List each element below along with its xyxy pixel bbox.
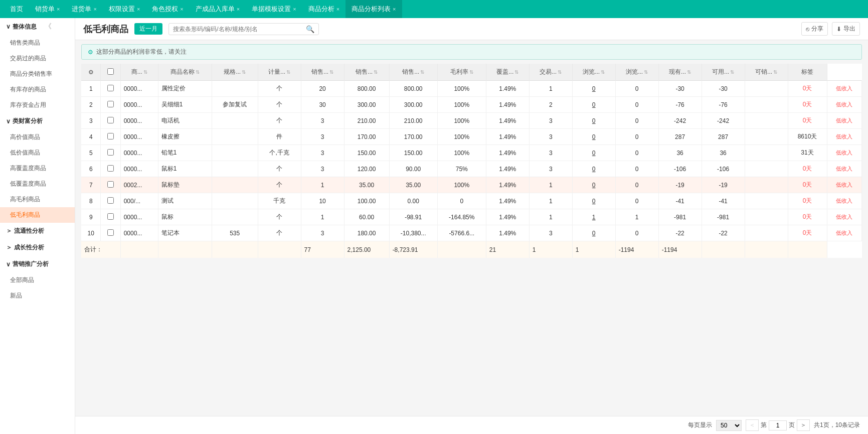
nav-goods-analysis[interactable]: 商品分析 × [302,0,345,18]
th-sales-price[interactable]: 销售...⇅ [344,64,389,81]
row-checkbox[interactable] [101,225,120,241]
nav-product-in[interactable]: 产成品入库单 × [190,0,246,18]
nav-permission[interactable]: 权限设置 × [103,0,146,18]
row-select-checkbox[interactable] [107,213,114,220]
sidebar-item-category-rate[interactable]: 商品分类销售率 [0,66,75,82]
nav-purchase-close[interactable]: × [93,6,96,12]
row-no: 10 [81,225,101,241]
nav-home[interactable]: 首页 [4,0,29,18]
table-row: 8 000/... 测试 千克 10 100.00 0.00 0 1.49% 1… [81,193,862,209]
row-avail: -76 [702,97,745,113]
table-row: 2 0000... 吴细细1 参加复试 个 30 300.00 300.00 1… [81,97,862,113]
total-trade: 1 [529,241,572,258]
row-checkbox[interactable] [101,113,120,129]
nav-sales-close[interactable]: × [57,6,60,12]
sidebar-item-instock[interactable]: 有库存的商品 [0,82,75,97]
th-spec[interactable]: 规格...⇅ [212,64,258,81]
page-input[interactable] [769,420,787,430]
row-checkbox[interactable] [101,161,120,177]
nav-goods-analysis-close[interactable]: × [336,6,339,12]
row-browse1: 0 [615,177,658,193]
row-select-checkbox[interactable] [107,197,114,204]
alert-text: 这部分商品的利润非常低，请关注 [96,48,187,56]
th-browse2[interactable]: 浏览...⇅ [615,64,658,81]
row-select-checkbox[interactable] [107,117,114,123]
sidebar-item-high-value[interactable]: 高价值商品 [0,129,75,145]
sidebar-item-high-coverage[interactable]: 高覆盖度商品 [0,161,75,176]
per-page-select[interactable]: 50 100 200 [716,420,742,431]
row-days: 0天 [788,225,827,241]
row-checkbox[interactable] [101,209,120,225]
th-sales-qty[interactable]: 销售...⇅ [301,64,344,81]
row-gross-rate: 1.49% [486,225,529,241]
sidebar-item-all-goods[interactable]: 全部商品 [0,272,75,288]
sidebar-group-growth[interactable]: ＞ 成长性分析 [0,239,75,256]
th-unit[interactable]: 计量...⇅ [258,64,301,81]
row-sales-profit: 0.00 [389,193,437,209]
search-input[interactable] [173,26,306,33]
prev-page-btn[interactable]: ＜ [746,419,759,431]
th-avail[interactable]: 可用...⇅ [702,64,745,81]
th-profit-pct[interactable]: 毛利率⇅ [437,64,486,81]
row-select-checkbox[interactable] [107,229,114,236]
row-checkbox[interactable] [101,97,120,113]
nav-template[interactable]: 单据模板设置 × [246,0,302,18]
sidebar-item-low-value[interactable]: 低价值商品 [0,145,75,161]
row-select-checkbox[interactable] [107,149,114,156]
sidebar-item-low-margin[interactable]: 低毛利商品 [0,207,75,223]
row-checkbox[interactable] [101,81,120,97]
row-checkbox[interactable] [101,177,120,193]
th-current[interactable]: 现有...⇅ [658,64,702,81]
th-trade[interactable]: 交易...⇅ [529,64,572,81]
row-checkbox[interactable] [101,145,120,161]
sidebar-item-capital[interactable]: 库存资金占用 [0,97,75,113]
next-page-btn[interactable]: ＞ [797,419,810,431]
period-button[interactable]: 近一月 [134,23,162,35]
sidebar-group-flow[interactable]: ＞ 流通性分析 [0,223,75,239]
nav-permission-close[interactable]: × [137,6,140,12]
th-name[interactable]: 商品名称⇅ [158,64,212,81]
nav-goods-list-close[interactable]: × [393,6,396,12]
main-layout: ∨ 整体信息 《 销售类商品 交易过的商品 商品分类销售率 有库存的商品 库存资… [0,18,868,434]
row-select-checkbox[interactable] [107,165,114,172]
export-button[interactable]: ⬇ 导出 [832,22,860,36]
select-all-checkbox[interactable] [107,68,114,75]
sidebar-item-traded-goods[interactable]: 交易过的商品 [0,51,75,66]
row-checkbox[interactable] [101,193,120,209]
sidebar-item-low-coverage[interactable]: 低覆盖度商品 [0,176,75,192]
sidebar-collapse-btn[interactable]: 《 [43,18,54,35]
row-select-checkbox[interactable] [107,181,114,188]
sidebar-group-marketing[interactable]: ∨ 营销推广分析 [0,256,75,272]
row-select-checkbox[interactable] [107,133,114,139]
th-checkbox[interactable] [101,64,120,81]
search-box[interactable]: 🔍 [168,23,319,35]
th-code[interactable]: 商...⇅ [120,64,158,81]
nav-template-close[interactable]: × [293,6,296,12]
per-page-label: 每页显示 [688,421,712,429]
row-checkbox[interactable] [101,129,120,145]
th-sales-profit[interactable]: 销售...⇅ [389,64,437,81]
nav-sales[interactable]: 销货单 × [29,0,66,18]
sidebar-group-wealth[interactable]: ∨ 类财富分析 [0,113,75,129]
th-browse1[interactable]: 浏览...⇅ [572,64,615,81]
nav-product-in-close[interactable]: × [237,6,240,12]
sidebar-group-overall[interactable]: ∨ 整体信息 [0,19,43,35]
nav-purchase[interactable]: 进货单 × [66,0,102,18]
row-select-checkbox[interactable] [107,101,114,107]
nav-role-close[interactable]: × [180,6,183,12]
page-title: 低毛利商品 [83,23,128,35]
share-button[interactable]: ⎋ 分享 [801,22,828,36]
row-sales-qty: 20 [301,81,344,97]
th-saleable[interactable]: 可销...⇅ [745,64,788,81]
th-tag[interactable]: 标签 [788,64,827,81]
search-icon[interactable]: 🔍 [306,25,314,33]
sidebar-item-sales-goods[interactable]: 销售类商品 [0,35,75,51]
th-gross-rate[interactable]: 覆盖...⇅ [486,64,529,81]
row-sales-price: 60.00 [344,209,389,225]
nav-goods-analysis-list[interactable]: 商品分析列表 × [345,0,402,18]
th-settings[interactable]: ⚙ [81,64,101,81]
sidebar-item-new-goods[interactable]: 新品 [0,288,75,304]
sidebar-item-high-margin[interactable]: 高毛利商品 [0,192,75,207]
row-select-checkbox[interactable] [107,85,114,91]
nav-role[interactable]: 角色授权 × [146,0,189,18]
